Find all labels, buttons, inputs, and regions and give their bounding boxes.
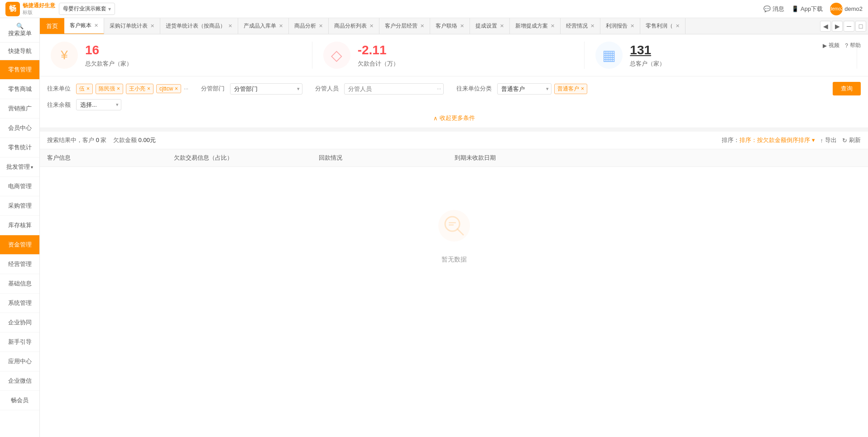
app-download-button[interactable]: 📱 App下载 xyxy=(791,5,823,13)
tab-customer-ledger[interactable]: 客户账本 ✕ xyxy=(64,18,104,34)
tab-product-analysis-list[interactable]: 商品分析列表 ✕ xyxy=(329,18,379,34)
sidebar-item-system[interactable]: 系统管理 xyxy=(0,294,39,313)
tab-close-icon[interactable]: ✕ xyxy=(590,23,595,29)
stat-all-customers: ▦ 131 总客户（家） xyxy=(585,42,857,69)
person-input-wrap: ··· xyxy=(344,83,444,95)
tab-close-icon[interactable]: ✕ xyxy=(630,23,634,29)
tab-minimize-button[interactable]: ─ xyxy=(844,21,854,32)
sidebar: 🔍 搜索菜单 快捷导航 零售管理 零售商城 营销推广 会员中心 零售统计 批发管… xyxy=(0,18,40,437)
collapse-button[interactable]: ∧ 收起更多条件 xyxy=(433,114,475,122)
tab-close-icon[interactable]: ✕ xyxy=(551,23,555,29)
refresh-button[interactable]: ↻ 刷新 xyxy=(842,136,861,144)
tab-commission-settings[interactable]: 提成设置 ✕ xyxy=(470,18,510,34)
filter-tags-unit: 伍 × 陈民强 × 王小亮 × cjttcw × xyxy=(76,84,188,94)
tab-close-icon[interactable]: ✕ xyxy=(279,23,283,29)
filter-tag-class-0: 普通客户 × xyxy=(554,84,587,94)
tab-maximize-button[interactable]: □ xyxy=(855,21,866,32)
table-header: 客户信息 欠款交易信息（占比） 回款情况 到期未收款日期 xyxy=(40,149,868,167)
tag-close-2[interactable]: × xyxy=(147,86,150,92)
stat-icon-customers: ¥ xyxy=(51,42,78,69)
video-button[interactable]: ▶ 视频 xyxy=(823,42,839,49)
sidebar-quick-nav[interactable]: 快捷导航 xyxy=(0,43,39,60)
th-debt-info: 欠款交易信息（占比） xyxy=(174,154,319,162)
logo-text: 畅捷通好生意 标版 xyxy=(23,2,55,16)
sidebar-item-ecommerce[interactable]: 电商管理 xyxy=(0,177,39,196)
sidebar-item-app-center[interactable]: 应用中心 xyxy=(0,352,39,371)
tag-close-0[interactable]: × xyxy=(86,86,90,92)
export-icon: ↑ xyxy=(820,137,824,144)
sidebar-item-finance[interactable]: 资金管理 xyxy=(0,235,39,255)
chevron-down-icon: ▾ xyxy=(108,6,111,12)
sidebar-search[interactable]: 🔍 搜索菜单 xyxy=(0,18,39,43)
user-avatar[interactable]: demo2 demo2 xyxy=(830,3,863,15)
content-area: ¥ 16 总欠款客户（家） ◇ -2.11 欠款合计（万） ▦ xyxy=(40,34,868,437)
unit-class-select[interactable]: 普通客户 xyxy=(497,83,551,95)
stat-label-debt: 欠款合计（万） xyxy=(358,60,399,68)
query-button[interactable]: 查询 xyxy=(833,82,861,95)
tab-profit-report[interactable]: 利润报告 ✕ xyxy=(600,18,640,34)
tab-new-commission-plan[interactable]: 新增提成方案 ✕ xyxy=(510,18,561,34)
tab-purchase-order-stats[interactable]: 采购订单统计表 ✕ xyxy=(104,18,160,34)
tab-close-icon[interactable]: ✕ xyxy=(500,23,504,29)
tab-purchase-stats-by-product[interactable]: 进货单统计表（按商品） ✕ xyxy=(160,18,238,34)
store-selector[interactable]: 母婴行业演示账套 ▾ xyxy=(59,3,115,15)
tab-close-icon[interactable]: ✕ xyxy=(369,23,374,29)
help-button[interactable]: ? 帮助 xyxy=(845,42,861,49)
sidebar-item-inventory[interactable]: 库存核算 xyxy=(0,216,39,235)
sidebar-item-operations[interactable]: 经营管理 xyxy=(0,255,39,274)
stat-value-all: 131 xyxy=(630,43,665,58)
logo-icon: 畅 xyxy=(5,2,20,16)
tab-finished-product[interactable]: 产成品入库单 ✕ xyxy=(238,18,289,34)
tab-close-icon[interactable]: ✕ xyxy=(319,23,323,29)
sidebar-item-marketing[interactable]: 营销推广 xyxy=(0,99,39,119)
filter-row-2: 往来余额 选择... ▾ xyxy=(47,99,861,110)
message-button[interactable]: 💬 消息 xyxy=(763,5,784,13)
stat-value-customers: 16 xyxy=(85,43,132,58)
sidebar-item-basic-info[interactable]: 基础信息 xyxy=(0,274,39,294)
sidebar-item-retail-management[interactable]: 零售管理 xyxy=(0,60,39,80)
tab-customer-contact[interactable]: 客户联络 ✕ xyxy=(430,18,470,34)
sidebar-item-wechat[interactable]: 企业微信 xyxy=(0,371,39,391)
table-actions: 排序：排序：按欠款金额倒序排序 ▾ ↑ 导出 ↻ 刷新 xyxy=(722,136,861,144)
tab-next-button[interactable]: ▶ xyxy=(832,21,843,32)
tag-close-3[interactable]: × xyxy=(175,86,178,92)
tab-close-icon[interactable]: ✕ xyxy=(150,23,154,29)
message-icon: 💬 xyxy=(763,5,771,12)
sidebar-item-enterprise[interactable]: 企业协同 xyxy=(0,313,39,332)
sidebar-item-wholesale[interactable]: 批发管理 ▾ xyxy=(0,157,39,177)
sidebar-item-member[interactable]: 畅会员 xyxy=(0,391,39,410)
th-customer-info: 客户信息 xyxy=(47,154,174,162)
logo-area: 畅 畅捷通好生意 标版 xyxy=(5,2,55,16)
more-tags-button[interactable]: ··· xyxy=(184,86,188,92)
tab-close-icon[interactable]: ✕ xyxy=(676,23,680,29)
balance-select-wrap: 选择... ▾ xyxy=(76,99,121,110)
sidebar-item-purchase[interactable]: 采购管理 xyxy=(0,196,39,216)
tab-close-icon[interactable]: ✕ xyxy=(460,23,464,29)
tab-customer-tiered[interactable]: 客户分层经营 ✕ xyxy=(379,18,430,34)
tab-retail-profit[interactable]: 零售利润（ ✕ xyxy=(640,18,686,34)
sidebar-item-retail-mall[interactable]: 零售商城 xyxy=(0,80,39,99)
export-button[interactable]: ↑ 导出 xyxy=(820,136,837,144)
sidebar-item-member-center[interactable]: 会员中心 xyxy=(0,119,39,138)
th-due-date: 到期未收款日期 xyxy=(455,154,861,162)
filter-tag-unit-3: cjttcw × xyxy=(156,84,181,93)
tab-prev-button[interactable]: ◀ xyxy=(820,21,831,32)
tag-close-1[interactable]: × xyxy=(117,86,120,92)
tab-home[interactable]: 首页 xyxy=(40,18,64,34)
dept-select[interactable]: 分管部门 xyxy=(230,83,302,95)
tab-product-analysis[interactable]: 商品分析 ✕ xyxy=(289,18,329,34)
sidebar-item-newbie[interactable]: 新手引导 xyxy=(0,332,39,352)
dept-select-wrap: 分管部门 ▾ xyxy=(230,83,302,95)
tab-controls: ◀ ▶ ─ □ xyxy=(820,21,868,32)
tab-close-icon[interactable]: ✕ xyxy=(94,23,98,28)
balance-label: 往来余额 xyxy=(47,101,71,109)
balance-select[interactable]: 选择... xyxy=(76,99,121,110)
person-input[interactable] xyxy=(344,83,444,95)
sidebar-item-retail-stats[interactable]: 零售统计 xyxy=(0,138,39,157)
tag-close-class[interactable]: × xyxy=(581,86,584,92)
sort-select[interactable]: 排序：按欠款金额倒序排序 xyxy=(739,137,810,143)
tab-operations[interactable]: 经营情况 ✕ xyxy=(561,18,600,34)
tab-close-icon[interactable]: ✕ xyxy=(420,23,424,29)
svg-rect-3 xyxy=(449,222,456,223)
tab-close-icon[interactable]: ✕ xyxy=(228,23,232,29)
